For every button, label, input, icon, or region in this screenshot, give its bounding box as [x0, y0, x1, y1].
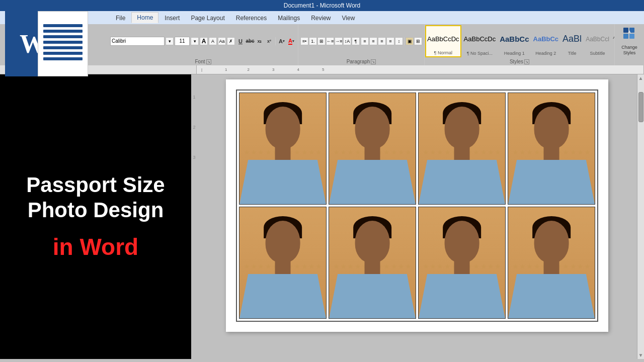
highlight-color-btn[interactable]: A ▾	[277, 37, 286, 46]
font-size-input[interactable]: 11	[175, 37, 190, 46]
style-heading2[interactable]: AaBbCc Heading 2	[532, 25, 560, 57]
font-name-dropdown[interactable]: ▾	[166, 37, 174, 45]
photo-cell-2-3	[418, 207, 506, 319]
face	[534, 221, 569, 263]
font-expand-icon[interactable]: ↘	[206, 59, 211, 64]
photo-cell-1-3	[418, 93, 506, 205]
sort-btn[interactable]: ↕A	[343, 37, 351, 45]
photo-cell-1-1	[239, 93, 327, 205]
style-subtle-em-preview: AaBbCcl	[613, 28, 614, 46]
multilevel-list-btn[interactable]: ⊞	[317, 37, 326, 45]
face	[534, 107, 569, 149]
style-subtle-em[interactable]: AaBbCcl Subtle Em...	[612, 25, 614, 57]
styles-items-row: AaBbCcDc ¶ Normal AaBbCcDc ¶ No Spaci...…	[425, 24, 614, 58]
borders-btn[interactable]: ⊞	[414, 37, 422, 45]
doc-lines	[38, 12, 88, 70]
styles-group-label: Styles ↘	[425, 58, 614, 65]
font-color-btn[interactable]: A ▾	[287, 37, 296, 46]
shirt	[239, 274, 326, 318]
tab-insert[interactable]: Insert	[159, 13, 185, 23]
person-photo	[508, 93, 595, 204]
scroll-up-arrow[interactable]: ▲	[637, 74, 644, 82]
styles-group: AaBbCcDc ¶ Normal AaBbCcDc ¶ No Spaci...…	[425, 24, 615, 65]
neck	[275, 146, 291, 160]
font-name-input[interactable]: Calibri	[110, 37, 165, 46]
face	[266, 221, 300, 263]
person-photo	[419, 207, 505, 318]
photo-cell-1-4	[508, 93, 595, 205]
change-styles-btn[interactable]: A Change Styles	[615, 24, 644, 58]
style-title[interactable]: AaBl Title	[561, 25, 583, 57]
doc-line	[43, 24, 83, 27]
style-heading1[interactable]: AaBbCc Heading 1	[498, 25, 530, 57]
align-center-btn[interactable]: ≡	[369, 37, 377, 45]
clear-formatting-btn[interactable]: ✗	[227, 37, 235, 45]
paragraph-controls: ≡• 1. ⊞ ←≡ →≡ ↕A ¶ ≡ ≡ ≡ ≡ ↕ ▣ ⊞	[300, 24, 422, 58]
font-group-label: Font ↘	[110, 58, 296, 65]
tab-review[interactable]: Review	[306, 13, 336, 23]
line-spacing-btn[interactable]: ↕	[395, 37, 403, 45]
style-heading2-preview: AaBbCc	[533, 28, 559, 51]
scroll-thumb[interactable]	[638, 92, 643, 122]
neck	[454, 146, 470, 160]
paragraph-expand-icon[interactable]: ↘	[371, 59, 376, 64]
font-grow-btn[interactable]: A	[200, 37, 208, 45]
tab-home[interactable]: Home	[131, 12, 158, 23]
increase-indent-btn[interactable]: →≡	[335, 37, 343, 45]
bold-btn[interactable]: U	[236, 37, 245, 46]
shading-btn[interactable]: ▣	[406, 37, 414, 45]
tab-mailings[interactable]: Mailings	[273, 13, 305, 23]
word-logo-area: W	[0, 0, 111, 88]
style-subtitle[interactable]: AaBbCcl Subtitle	[584, 25, 611, 57]
photo-cell-2-2	[329, 207, 416, 319]
subscript-btn[interactable]: x₂	[255, 37, 264, 46]
tab-file[interactable]: File	[111, 13, 130, 23]
doc-line	[43, 46, 83, 49]
align-left-btn[interactable]: ≡	[361, 37, 369, 45]
justify-btn[interactable]: ≡	[386, 37, 394, 45]
shirt	[419, 274, 505, 318]
change-styles-label: Change Styles	[615, 45, 643, 56]
underline-btn[interactable]: abc	[246, 37, 255, 46]
show-hide-btn[interactable]: ¶	[352, 37, 360, 45]
neck	[544, 146, 559, 160]
tab-references[interactable]: References	[231, 13, 272, 23]
font-name-row: Calibri ▾ 11 ▾ A A Aa ✗	[110, 37, 235, 46]
style-subtitle-preview: AaBbCcl	[586, 28, 609, 51]
font-size-dropdown[interactable]: ▾	[191, 37, 199, 45]
shirt	[239, 160, 326, 204]
document-page	[226, 79, 608, 332]
scroll-down-arrow[interactable]: ▼	[637, 351, 644, 359]
person-photo	[419, 93, 505, 204]
left-sidebar: Passport Size Photo Design in Word	[0, 74, 191, 359]
change-case-btn[interactable]: Aa	[218, 37, 226, 45]
main-area: Passport Size Photo Design in Word 1 2 3	[0, 74, 644, 359]
shirt	[508, 160, 595, 204]
style-normal-preview: AaBbCcDc	[427, 28, 459, 50]
numbering-btn[interactable]: 1.	[309, 37, 317, 45]
decrease-indent-btn[interactable]: ←≡	[326, 37, 334, 45]
superscript-btn[interactable]: x²	[265, 37, 274, 46]
photo-cell-2-1	[239, 207, 327, 319]
style-no-spacing[interactable]: AaBbCcDc ¶ No Spaci...	[462, 25, 498, 57]
align-right-btn[interactable]: ≡	[378, 37, 386, 45]
face	[445, 107, 479, 149]
paragraph-group-label: Paragraph ↘	[300, 58, 422, 65]
doc-line	[43, 52, 83, 55]
photo-cell-1-2	[329, 93, 416, 205]
style-normal[interactable]: AaBbCcDc ¶ Normal	[425, 25, 461, 57]
style-subtitle-label: Subtitle	[590, 51, 605, 56]
style-title-preview: AaBl	[562, 28, 582, 51]
word-doc-icon	[38, 11, 88, 76]
doc-line	[43, 30, 83, 33]
style-normal-label: ¶ Normal	[434, 50, 452, 55]
neck	[365, 146, 380, 160]
tab-page-layout[interactable]: Page Layout	[186, 13, 229, 23]
bullets-btn[interactable]: ≡•	[300, 37, 308, 45]
doc-line	[43, 41, 83, 44]
font-shrink-btn[interactable]: A	[209, 37, 217, 45]
style-title-label: Title	[568, 51, 577, 56]
scrollbar-vertical[interactable]: ▲ ▼	[637, 74, 644, 359]
tab-view[interactable]: View	[337, 13, 360, 23]
styles-expand-icon[interactable]: ↘	[524, 59, 529, 64]
